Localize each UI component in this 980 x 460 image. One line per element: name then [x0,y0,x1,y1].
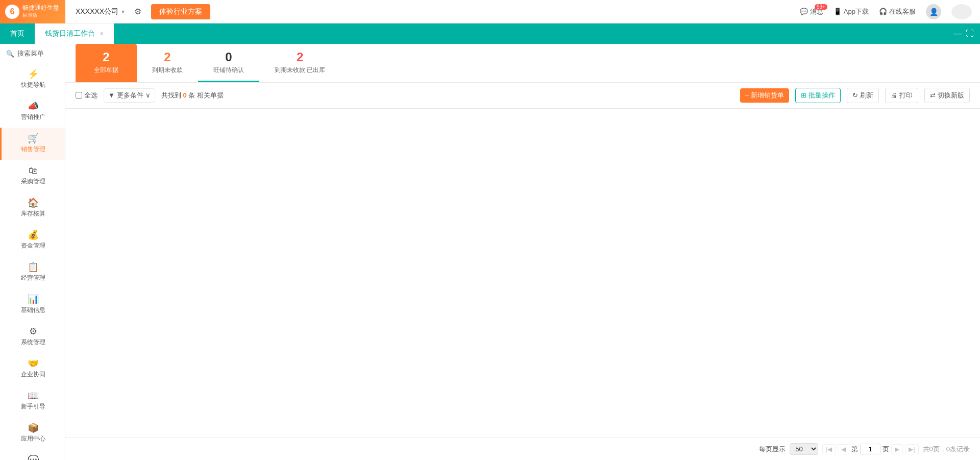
sidebar-item-wechat[interactable]: 💬企业微信 [0,449,65,460]
print-label: 打印 [899,91,913,100]
prev-page-button[interactable]: ◀ [838,444,849,454]
refresh-icon: ↻ [852,91,858,99]
sidebar-items: ⚡快捷导航📣营销推广🛒销售管理🛍采购管理🏠库存核算💰资金管理📋经营管理📊基础信息… [0,63,65,460]
stat-shipped-count: 2 [297,50,303,65]
stat-pending-label: 旺铺待确认 [213,66,244,75]
current-page-input[interactable] [860,444,880,454]
quick-nav-icon: ⚡ [28,69,39,79]
sidebar-item-guide[interactable]: 📖新手引导 [0,385,65,417]
refresh-button[interactable]: ↻ 刷新 [847,88,879,103]
search-label: 搜索菜单 [17,49,44,58]
tab-home[interactable]: 首页 [0,23,35,44]
marketing-label: 营销推广 [21,113,45,122]
operations-label: 经营管理 [21,274,45,282]
tab-active-label: 钱货日清工作台 [45,29,95,38]
app-download-item[interactable]: 📱 App下载 [834,7,869,16]
user-name-badge[interactable] [951,4,972,19]
message-item[interactable]: 💬 消息 99+ [800,7,823,16]
settings-button[interactable]: ⚙ [131,5,145,19]
first-page-button[interactable]: |◀ [822,444,836,454]
experience-button[interactable]: 体验行业方案 [151,4,210,19]
app-name: 畅捷通好生意 [22,4,59,12]
stat-tab-all[interactable]: 2 全部单据 [76,44,137,82]
sidebar-item-sales[interactable]: 🛒销售管理 [0,128,65,160]
sidebar-item-app-center[interactable]: 📦应用中心 [0,417,65,449]
print-icon: 🖨 [891,91,897,99]
message-icon: 💬 [800,8,808,15]
batch-label: 批量操作 [808,91,835,100]
content-area: 2 全部单据 2 到期未收款 0 旺铺待确认 2 到期未收款 已出库 全选 [65,44,980,460]
last-page-button[interactable]: ▶| [905,444,918,454]
service-icon: 🎧 [879,8,887,15]
sidebar-item-finance[interactable]: 💰资金管理 [0,224,65,256]
stat-overdue-label: 到期未收款 [152,66,183,75]
stat-tab-shipped[interactable]: 2 到期未收款 已出库 [259,44,340,82]
select-all-input[interactable] [76,92,82,99]
select-all-checkbox[interactable]: 全选 [76,91,97,100]
found-suffix: 条 相关单据 [188,91,224,99]
stat-all-count: 2 [103,50,109,65]
tab-active[interactable]: 钱货日清工作台 × [35,23,114,44]
logo-area: 6 畅捷通好生意 标准版 [0,0,65,23]
tab-close-icon[interactable]: × [100,30,104,37]
basic-info-icon: 📊 [28,295,39,304]
search-icon: 🔍 [6,50,14,58]
company-name: XXXXXX公司 [76,7,118,16]
system-icon: ⚙ [29,327,37,336]
top-header: 6 畅捷通好生意 标准版 XXXXXX公司 ▾ ⚙ 体验行业方案 💬 消息 99… [0,0,980,23]
found-text: 共找到 0 条 相关单据 [161,91,224,100]
print-button[interactable]: 🖨 打印 [885,88,918,103]
stat-tab-overdue[interactable]: 2 到期未收款 [137,44,198,82]
sidebar: 🔍 搜索菜单 ⚡快捷导航📣营销推广🛒销售管理🛍采购管理🏠库存核算💰资金管理📋经营… [0,44,65,460]
next-page-button[interactable]: ▶ [891,444,903,454]
total-info: 共0页，0条记录 [923,445,970,454]
sidebar-search[interactable]: 🔍 搜索菜单 [0,44,65,63]
tab-home-label: 首页 [10,29,24,38]
company-dropdown-arrow: ▾ [121,8,125,15]
found-count: 0 [183,91,187,99]
company-selector[interactable]: XXXXXX公司 ▾ [76,7,125,16]
batch-icon: ⊞ [801,91,806,99]
sidebar-item-basic-info[interactable]: 📊基础信息 [0,288,65,321]
avatar-icon: 👤 [929,8,938,16]
sidebar-item-cooperation[interactable]: 🤝企业协同 [0,353,65,385]
purchase-label: 采购管理 [21,177,45,186]
sidebar-item-system[interactable]: ⚙系统管理 [0,321,65,353]
select-all-label: 全选 [84,91,97,100]
batch-button[interactable]: ⊞ 批量操作 [795,88,841,103]
app-center-label: 应用中心 [21,434,45,443]
filter-arrow: ∨ [145,91,151,99]
sidebar-item-quick-nav[interactable]: ⚡快捷导航 [0,63,65,95]
system-label: 系统管理 [21,338,45,347]
finance-label: 资金管理 [21,241,45,250]
per-page-label: 每页显示 [759,445,786,454]
nav-tabs: 首页 钱货日清工作台 × — ⛶ [0,23,980,44]
purchase-icon: 🛍 [29,166,38,175]
pagination: 每页显示 10 20 50 100 |◀ ◀ 第 页 ▶ ▶| 共0页，0条记录 [65,438,980,460]
wechat-icon: 💬 [28,455,39,460]
page-suffix: 页 [883,445,889,454]
sidebar-item-operations[interactable]: 📋经营管理 [0,256,65,288]
cooperation-label: 企业协同 [21,370,45,379]
sidebar-item-inventory[interactable]: 🏠库存核算 [0,192,65,224]
guide-label: 新手引导 [21,402,45,411]
sidebar-item-marketing[interactable]: 📣营销推广 [0,95,65,128]
finance-icon: 💰 [28,230,39,239]
maximize-icon[interactable]: ⛶ [966,29,974,38]
new-order-button[interactable]: + 新增销货单 [740,88,789,103]
toolbar-right: + 新增销货单 ⊞ 批量操作 ↻ 刷新 🖨 打印 ⇄ 切换新版 [740,88,970,103]
guide-icon: 📖 [28,391,39,400]
stat-tab-pending[interactable]: 0 旺铺待确认 [198,44,259,82]
per-page-select[interactable]: 10 20 50 100 [790,443,818,455]
filter-button[interactable]: ▼ 更多条件 ∨ [104,88,155,103]
inventory-icon: 🏠 [28,198,39,207]
switch-version-button[interactable]: ⇄ 切换新版 [924,88,970,103]
basic-info-label: 基础信息 [21,306,45,314]
message-badge: 99+ [815,4,827,10]
online-service-item[interactable]: 🎧 在线客服 [879,7,916,16]
logo-text-block: 畅捷通好生意 标准版 [22,4,59,19]
minimize-icon[interactable]: — [953,29,962,38]
filter-label: 更多条件 [117,91,143,100]
avatar[interactable]: 👤 [926,4,941,19]
sidebar-item-purchase[interactable]: 🛍采购管理 [0,160,65,192]
